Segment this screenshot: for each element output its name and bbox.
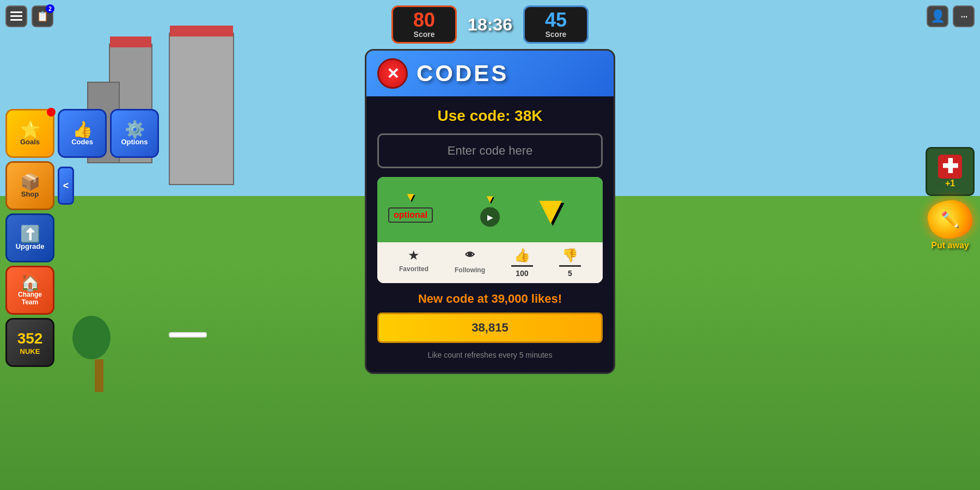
optional-label: optional: [388, 207, 433, 223]
play-button[interactable]: ▶: [480, 207, 500, 227]
close-icon: ✕: [387, 65, 399, 83]
dislikes-number: 5: [568, 269, 572, 278]
like-box: ▼ optional ▼ ▶ ▼ ★: [377, 177, 603, 283]
codes-modal: ✕ CODES Use code: 38K ▼ optional ▼: [365, 49, 615, 374]
big-down-arrow: ▼: [531, 190, 570, 229]
svg-point-3: [468, 253, 471, 256]
refresh-text: Like count refreshes every 5 minutes: [377, 348, 603, 362]
codes-header: ✕ CODES: [366, 51, 614, 96]
like-banner: ▼ optional ▼ ▶ ▼: [377, 177, 603, 242]
big-arrow-area: ▼: [531, 190, 570, 229]
small-arrow-1: ▼: [405, 190, 416, 204]
play-area: ▼ ▶: [480, 193, 500, 227]
following-stat: Following: [455, 248, 485, 278]
modal-overlay: ✕ CODES Use code: 38K ▼ optional ▼: [0, 0, 980, 490]
likes-bar: [511, 265, 533, 267]
codes-body: Use code: 38K ▼ optional ▼ ▶: [366, 96, 614, 372]
likes-number: 100: [516, 269, 528, 278]
star-icon: ★: [408, 248, 420, 263]
like-stats: ★ Favorited Following 👍 100: [377, 242, 603, 283]
optional-area: ▼ optional: [388, 190, 433, 223]
thumbs-up-icon: 👍: [514, 248, 530, 263]
thumbs-down-icon: 👎: [562, 248, 578, 263]
likes-progress-bar: 38,815: [377, 313, 603, 343]
small-arrow-2: ▼: [485, 193, 495, 205]
likes-count: 38,815: [385, 321, 595, 335]
codes-title: CODES: [416, 60, 509, 87]
favorited-stat: ★ Favorited: [399, 248, 428, 278]
code-input[interactable]: [377, 133, 603, 168]
likes-stat: 👍 100: [511, 248, 533, 278]
use-code-text: Use code: 38K: [377, 107, 603, 125]
close-button[interactable]: ✕: [377, 58, 408, 89]
following-icon: [463, 248, 476, 264]
favorited-label: Favorited: [399, 265, 428, 273]
following-label: Following: [455, 266, 485, 274]
dislikes-bar: [559, 265, 581, 267]
new-code-text: New code at 39,000 likes!: [377, 292, 603, 306]
dislikes-stat: 👎 5: [559, 248, 581, 278]
